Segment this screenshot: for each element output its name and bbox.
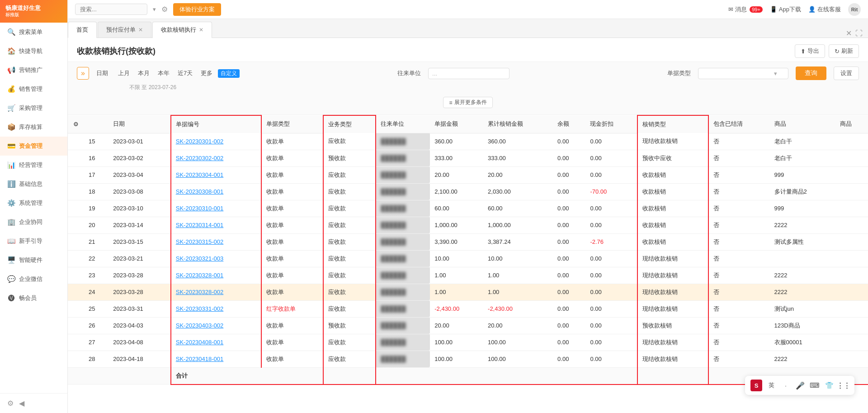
table-cell: 否 — [708, 250, 769, 267]
table-cell: ██████ — [376, 317, 430, 334]
bill-no-cell[interactable]: SK-20230315-002 — [171, 233, 262, 250]
expand-more-row: ≡ 展开更多条件 — [77, 95, 859, 110]
table-cell: 360.00 — [483, 133, 553, 150]
table-cell: 收款单 — [261, 200, 323, 217]
tab-home[interactable]: 首页 — [68, 22, 97, 38]
table-cell: 收款单 — [261, 217, 323, 233]
sidebar-item-hardware[interactable]: 🖥️ 智能硬件 — [0, 251, 67, 270]
expand-more-button[interactable]: ≡ 展开更多条件 — [443, 97, 492, 108]
sidebar-item-guide[interactable]: 📖 新手引导 — [0, 232, 67, 251]
table-cell — [835, 150, 868, 166]
tab-close-receipt-verify[interactable]: ✕ — [199, 27, 203, 33]
col-settings[interactable]: ⚙ — [68, 115, 84, 133]
expand-more-chevron: ≡ — [449, 100, 452, 106]
sidebar-item-inventory[interactable]: 📦 库存核算 — [0, 118, 67, 137]
biz-type-cell: 应收款 — [323, 133, 376, 150]
bill-no-cell[interactable]: SK-20230301-002 — [171, 133, 262, 150]
sidebar-item-marketing[interactable]: 📢 营销推广 — [0, 61, 67, 80]
export-button[interactable]: ⬆ 导出 — [795, 44, 825, 58]
partner-filter-select[interactable]: ... — [428, 68, 509, 79]
mic-icon[interactable]: 🎤 — [795, 380, 806, 391]
messages-item[interactable]: ✉ 消息 99+ — [728, 5, 763, 14]
table-cell: 0.00 — [553, 334, 585, 351]
table-cell: 收款单 — [261, 267, 323, 284]
inventory-icon: 📦 — [7, 123, 15, 131]
collapse-icon[interactable]: ◀ — [19, 399, 24, 408]
tab-fullscreen-button[interactable]: ⛶ — [855, 29, 863, 38]
chevron-down-icon[interactable]: ▾ — [153, 6, 156, 13]
topbar-gear-icon[interactable]: ⚙ — [161, 5, 168, 14]
filter-bar: » 日期 上月 本月 本年 近7天 更多 自定义 往来单位 ... 单据类型 — [68, 62, 868, 115]
table-cell: 0.00 — [585, 166, 637, 183]
tab-receipt-verify[interactable]: 收款核销执行 ✕ — [152, 22, 212, 38]
tab-close-all-button[interactable]: ✕ — [846, 29, 852, 38]
table-cell: ██████ — [376, 166, 430, 183]
table-cell — [68, 150, 84, 166]
date-more[interactable]: 更多 — [198, 68, 215, 78]
table-cell: 20.00 — [483, 166, 553, 183]
table-cell: 老白干 — [770, 133, 835, 150]
bill-no-cell[interactable]: SK-20230302-002 — [171, 150, 262, 166]
sidebar-item-purchase[interactable]: 🛒 采购管理 — [0, 99, 67, 118]
table-cell: 2023-04-18 — [108, 351, 171, 367]
bill-no-cell[interactable]: SK-20230328-002 — [171, 284, 262, 300]
dot-icon[interactable]: · — [780, 380, 791, 391]
refresh-button[interactable]: ↻ 刷新 — [829, 44, 859, 58]
date-7days[interactable]: 近7天 — [175, 68, 195, 78]
sidebar-item-corp[interactable]: 🏢 企业协同 — [0, 213, 67, 232]
table-row: 282023-04-18SK-20230418-001收款单应收款██████1… — [68, 351, 868, 367]
sidebar-item-sales[interactable]: 💰 销售管理 — [0, 80, 67, 99]
sidebar-item-quick-nav[interactable]: 🏠 快捷导航 — [0, 42, 67, 61]
table-cell — [835, 183, 868, 200]
bill-no-cell[interactable]: SK-20230331-002 — [171, 300, 262, 317]
date-last-month[interactable]: 上月 — [115, 68, 132, 78]
verify-type-cell: 现结收款核销 — [637, 300, 708, 317]
date-this-month[interactable]: 本月 — [135, 68, 152, 78]
search-input[interactable] — [75, 4, 147, 15]
sidebar-logo: 畅康道好生意 标推版 — [0, 0, 67, 23]
shirt-icon[interactable]: 👕 — [824, 380, 835, 391]
online-service-item[interactable]: 👤 在线客服 — [808, 5, 841, 14]
filter-settings-button[interactable]: 设置 — [834, 66, 859, 80]
keyboard-icon[interactable]: ⌨ — [809, 380, 820, 391]
sidebar-item-search[interactable]: 🔍 搜索菜单 — [0, 23, 67, 42]
user-avatar[interactable]: Rit — [848, 3, 861, 16]
sidebar-item-member[interactable]: 🅥 畅会员 — [0, 289, 67, 308]
apps-icon[interactable]: ⋮⋮ — [838, 380, 849, 391]
s-icon[interactable]: S — [750, 380, 762, 391]
col-settings-icon: ⚙ — [73, 121, 79, 128]
date-this-year[interactable]: 本年 — [155, 68, 172, 78]
settings-bottom-icon[interactable]: ⚙ — [7, 399, 14, 408]
bill-no-cell[interactable]: SK-20230321-003 — [171, 250, 262, 267]
sidebar-item-system[interactable]: ⚙️ 系统管理 — [0, 194, 67, 213]
table-cell: 1.00 — [430, 267, 483, 284]
eng-label[interactable]: 英 — [766, 380, 777, 391]
voucher-type-select[interactable]: ▾ — [698, 68, 788, 79]
table-cell — [835, 250, 868, 267]
verify-type-cell: 预收中应收 — [637, 150, 708, 166]
bill-no-cell[interactable]: SK-20230403-002 — [171, 317, 262, 334]
sidebar-item-finance[interactable]: 💳 资金管理 — [0, 137, 67, 156]
bill-no-cell[interactable]: SK-20230308-001 — [171, 183, 262, 200]
sidebar-item-base[interactable]: ℹ️ 基础信息 — [0, 175, 67, 194]
app-download-item[interactable]: 📱 App下载 — [770, 5, 801, 14]
bill-no-cell[interactable]: SK-20230310-001 — [171, 200, 262, 217]
bill-no-cell[interactable]: SK-20230408-001 — [171, 334, 262, 351]
bill-no-cell[interactable]: SK-20230328-001 — [171, 267, 262, 284]
sidebar-item-operations[interactable]: 📊 经营管理 — [0, 156, 67, 175]
bill-no-cell[interactable]: SK-20230418-001 — [171, 351, 262, 367]
tab-prepay[interactable]: 预付应付单 ✕ — [98, 22, 151, 38]
table-cell: 0.00 — [585, 284, 637, 300]
sidebar-item-wechat[interactable]: 💬 企业微信 — [0, 270, 67, 289]
filter-toggle-button[interactable]: » — [77, 67, 89, 80]
industry-solution-button[interactable]: 体验行业方案 — [173, 3, 221, 16]
table-cell: ██████ — [376, 133, 430, 150]
table-row: 182023-03-08SK-20230308-001收款单应收款██████2… — [68, 183, 868, 200]
bill-no-cell[interactable]: SK-20230304-001 — [171, 166, 262, 183]
verify-type-cell: 收款核销 — [637, 217, 708, 233]
tab-close-prepay[interactable]: ✕ — [138, 27, 143, 33]
date-custom[interactable]: 自定义 — [218, 69, 240, 78]
col-amount: 单据金额 — [430, 115, 483, 133]
bill-no-cell[interactable]: SK-20230314-001 — [171, 217, 262, 233]
query-button[interactable]: 查询 — [796, 66, 826, 80]
